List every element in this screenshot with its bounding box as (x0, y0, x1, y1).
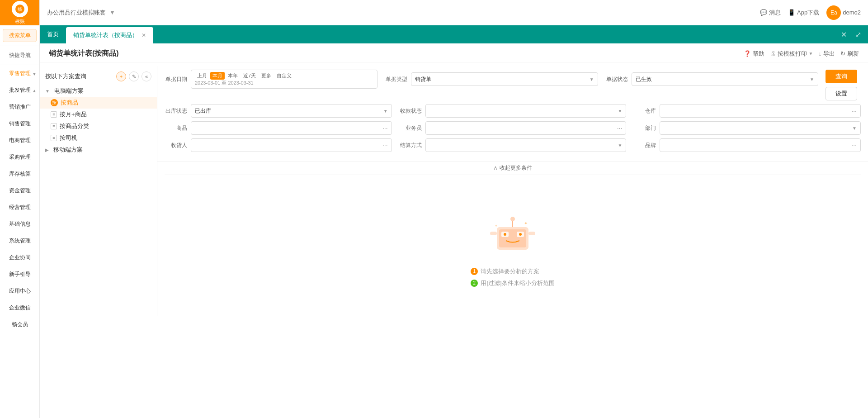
filter-field-receiver: 收货人 ··· (165, 138, 392, 152)
filter-field-doc-status: 单据状态 已生效 ▼ (605, 70, 818, 89)
company-dropdown-icon[interactable]: ▼ (109, 9, 115, 16)
warehouse-dots[interactable]: ··· (851, 107, 857, 114)
user-profile[interactable]: Ea demo2 (826, 5, 861, 20)
date-input[interactable]: 上月 本月 本年 近7天 更多 自定义 2023-03-01 至 2023-03… (191, 70, 377, 89)
sidebar-item-enterprise[interactable]: 企业协同 (0, 249, 39, 266)
tree-node-by-goods[interactable]: 按 按商品 (40, 97, 157, 109)
sidebar-item-system[interactable]: 系统管理 (0, 233, 39, 249)
sidebar-item-wechat[interactable]: 企业微信 (0, 299, 39, 316)
avatar-initials: Ea (830, 10, 837, 16)
this-year-btn[interactable]: 本年 (226, 72, 240, 80)
tree-node-pc[interactable]: ▼ 电脑端方案 (40, 85, 157, 97)
step2-text: 用[过滤]条件来缩小分析范围 (481, 277, 554, 289)
sidebar-item-apps[interactable]: 应用中心 (0, 283, 39, 299)
sidebar-item-retail[interactable]: 零售管理 ▼ (0, 65, 39, 82)
tree-node-mobile[interactable]: ▶ 移动端方案 (40, 144, 157, 156)
tab-close-window-button[interactable]: ✕ (837, 28, 850, 41)
download-icon: 📱 (788, 9, 795, 16)
refresh-button[interactable]: ↻ 刷新 (840, 50, 859, 58)
doc-status-label: 单据状态 (605, 76, 628, 83)
filter-area: 按以下方案查询 + ✎ « ▼ 电脑端方案 按 按商品 (40, 62, 868, 320)
quick-nav-item[interactable]: 快捷导航 (0, 49, 39, 62)
doc-type-input[interactable]: 销货单 ▼ (411, 72, 598, 86)
sub-icon-category: ≡ (51, 123, 57, 129)
edit-scheme-button[interactable]: ✎ (129, 71, 139, 81)
tab-home-label: 首页 (47, 30, 59, 38)
receiver-input[interactable]: ··· (191, 138, 392, 152)
tabbar-actions: ✕ ⤢ (837, 28, 868, 41)
app-download-button[interactable]: 📱 App下载 (788, 9, 819, 17)
collect-status-input[interactable]: ▼ (425, 104, 627, 118)
goods-dots[interactable]: ··· (382, 124, 388, 132)
query-button[interactable]: 查询 (826, 70, 857, 83)
settings-button[interactable]: 设置 (826, 87, 857, 100)
settle-input[interactable]: ▼ (425, 138, 627, 152)
receiver-dots[interactable]: ··· (382, 142, 388, 149)
last-month-btn[interactable]: 上月 (195, 72, 209, 80)
sidebar-item-member[interactable]: 畅会员 (0, 316, 39, 333)
sidebar-item-inventory[interactable]: 库存核算 (0, 166, 39, 182)
export-icon: ↓ (819, 50, 822, 57)
add-scheme-button[interactable]: + (116, 71, 126, 81)
collapse-sidebar-button[interactable]: « (142, 71, 151, 81)
filter-field-dept: 部门 ▼ (633, 121, 861, 135)
sidebar-item-newbie[interactable]: 新手引导 (0, 266, 39, 283)
sidebar-item-wholesale[interactable]: 批发管理 ▲ (0, 82, 39, 99)
this-month-btn[interactable]: 本月 (210, 72, 225, 80)
sidebar-item-purchase[interactable]: 采购管理 (0, 149, 39, 166)
brand-dots[interactable]: ··· (851, 142, 857, 149)
tree-label-pc: 电脑端方案 (54, 87, 84, 95)
svg-text:✦: ✦ (524, 221, 528, 226)
salesman-input[interactable]: ··· (425, 121, 627, 135)
tab-sales-stat[interactable]: 销货单统计表（按商品） ✕ (66, 27, 153, 43)
help-button[interactable]: ❓ 帮助 (744, 50, 764, 58)
doc-status-value: 已生效 (636, 76, 652, 83)
salesman-dots[interactable]: ··· (617, 124, 623, 132)
goods-input[interactable]: ··· (191, 121, 392, 135)
empty-step-1: 1 请先选择要分析的方案 (471, 266, 554, 277)
custom-btn[interactable]: 自定义 (274, 72, 294, 80)
filter-row-1: 单据日期 上月 本月 本年 近7天 更多 自定义 (165, 70, 861, 100)
sidebar-item-operations[interactable]: 经营管理 (0, 199, 39, 216)
doc-status-input[interactable]: 已生效 ▼ (632, 72, 818, 86)
tree-node-by-driver[interactable]: ≡ 按司机 (40, 132, 157, 144)
collapse-bar[interactable]: ∧ 收起更多条件 (157, 161, 868, 175)
topbar-right: 💬 消息 📱 App下载 Ea demo2 (760, 5, 861, 20)
topbar: 办公用品行业模拟账套 ▼ 💬 消息 📱 App下载 Ea demo2 (40, 0, 868, 25)
filter-field-brand: 品牌 ··· (633, 138, 861, 152)
newbie-label: 新手引导 (9, 271, 31, 278)
template-print-button[interactable]: 🖨 按模板打印 ▼ (770, 50, 813, 58)
search-menu-button[interactable]: 搜索菜单 (3, 29, 37, 42)
sidebar-item-finance[interactable]: 资金管理 (0, 182, 39, 199)
export-label: 导出 (823, 50, 835, 58)
doc-status-arrow: ▼ (810, 77, 814, 82)
content-area: 销货单统计表(按商品) ❓ 帮助 🖨 按模板打印 ▼ ↓ 导出 (40, 43, 868, 418)
brand-input[interactable]: ··· (660, 138, 861, 152)
tab-home[interactable]: 首页 (40, 25, 66, 43)
last-7-days-btn[interactable]: 近7天 (241, 72, 258, 80)
sidebar-item-basics[interactable]: 基础信息 (0, 216, 39, 233)
out-status-input[interactable]: 已出库 ▼ (191, 104, 392, 118)
sidebar-item-ecommerce[interactable]: 电商管理 (0, 132, 39, 149)
warehouse-input[interactable]: ··· (660, 104, 861, 118)
tab-close-icon[interactable]: ✕ (142, 32, 146, 38)
more-btn[interactable]: 更多 (259, 72, 274, 80)
wholesale-label: 批发管理 (9, 86, 31, 94)
filter-row-4: 收货人 ··· 结算方式 ▼ (165, 138, 861, 152)
export-button[interactable]: ↓ 导出 (819, 50, 835, 58)
doc-type-value: 销货单 (415, 76, 431, 83)
sidebar-item-marketing[interactable]: 营销推广 (0, 99, 39, 115)
tree-node-by-category[interactable]: ≡ 按商品分类 (40, 120, 157, 132)
empty-step-2: 2 用[过滤]条件来缩小分析范围 (471, 277, 554, 289)
tree-node-by-month-goods[interactable]: ≡ 按月+商品 (40, 109, 157, 120)
dept-input[interactable]: ▼ (660, 121, 861, 135)
sales-label: 销售管理 (9, 120, 31, 128)
expand-icon-2: ▲ (32, 88, 37, 93)
filter-field-goods: 商品 ··· (165, 121, 392, 135)
logo[interactable]: 畅 标账 (0, 0, 39, 25)
messages-button[interactable]: 💬 消息 (760, 9, 781, 17)
page-title: 销货单统计表(按商品) (49, 49, 119, 58)
sidebar-item-sales[interactable]: 销售管理 (0, 115, 39, 132)
date-quick-buttons: 上月 本月 本年 近7天 更多 自定义 (195, 72, 294, 80)
tab-maximize-button[interactable]: ⤢ (852, 28, 864, 41)
